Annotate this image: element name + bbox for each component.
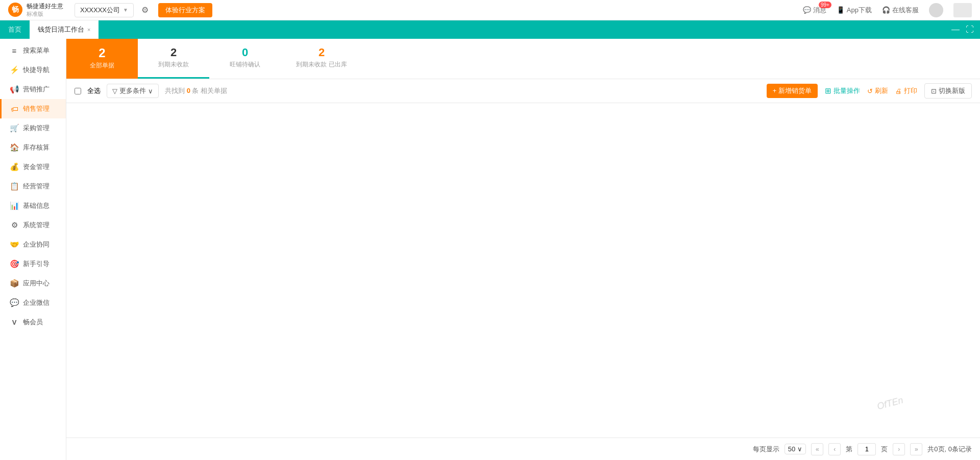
next-page-button[interactable]: › [893, 443, 905, 455]
app-center-icon: 📦 [10, 279, 19, 288]
stats-cards: 2 全部单据 2 到期未收款 0 旺铺待确认 2 到期未收款 已出库 [66, 39, 980, 79]
online-service-button[interactable]: 🎧 在线客服 [882, 6, 919, 15]
service-icon: 🎧 [882, 6, 890, 14]
prev-page-button[interactable]: ‹ [828, 443, 841, 455]
trial-button[interactable]: 体验行业方案 [158, 3, 212, 17]
sidebar-label: 快捷导航 [23, 65, 50, 75]
message-badge: 99+ [819, 2, 831, 8]
batch-operation-button[interactable]: ⊞ 批量操作 [825, 86, 860, 95]
switch-version-button[interactable]: ⊡ 切换新版 [924, 83, 972, 99]
avatar[interactable] [929, 3, 943, 17]
batch-icon: ⊞ [825, 86, 831, 95]
menu-icon: ≡ [10, 46, 19, 55]
messages-button[interactable]: 💬 消息 99+ [803, 6, 826, 15]
sidebar-item-purchase[interactable]: 🛒 采购管理 [0, 118, 66, 138]
sidebar-label: 企业协同 [23, 240, 50, 249]
stat-number-pending: 0 [222, 46, 268, 59]
base-info-icon: 📊 [10, 201, 19, 210]
stat-number-shipped: 2 [293, 46, 350, 59]
sidebar-label: 应用中心 [23, 279, 50, 288]
stat-label-all: 全部单据 [79, 61, 126, 70]
more-filters-button[interactable]: ▽ 更多条件 ∨ [107, 84, 159, 98]
sidebar-item-inventory[interactable]: 🏠 库存核算 [0, 138, 66, 157]
chevron-down-icon: ▼ [123, 7, 128, 13]
stat-label-shipped: 到期未收款 已出库 [293, 60, 350, 69]
inventory-icon: 🏠 [10, 143, 19, 152]
stat-label-overdue: 到期未收款 [150, 60, 197, 69]
select-arrow-icon: ∨ [797, 445, 802, 453]
app-download-button[interactable]: 📱 App下载 [837, 6, 872, 15]
maximize-icon[interactable]: ⛶ [966, 25, 974, 34]
logo-text: 畅捷通好生意 标准版 [27, 3, 63, 18]
found-text: 共找到 0 条 相关单据 [165, 86, 227, 95]
stat-card-pending[interactable]: 0 旺铺待确认 [209, 39, 281, 79]
sidebar-label: 畅会员 [23, 318, 43, 327]
table-area [66, 103, 980, 438]
stat-number-overdue: 2 [150, 46, 197, 59]
found-count: 0 [187, 87, 190, 94]
stats-row: 2 全部单据 2 到期未收款 0 旺铺待确认 2 到期未收款 已出库 [66, 39, 980, 79]
sidebar-label: 新手引导 [23, 259, 50, 269]
page-size-select[interactable]: 50 ∨ [785, 444, 806, 454]
sidebar-label: 采购管理 [23, 124, 50, 133]
member-icon: V [10, 319, 19, 326]
sidebar-item-sales[interactable]: 🏷 销售管理 [0, 99, 66, 118]
sidebar: ≡ 搜索菜单 ⚡ 快捷导航 📢 营销推广 🏷 销售管理 🛒 采购管理 🏠 库存核… [0, 39, 66, 460]
wechat-icon: 💬 [10, 298, 19, 307]
stat-label-pending: 旺铺待确认 [222, 60, 268, 69]
restore-icon[interactable]: — [951, 25, 960, 34]
chevron-icon: ∨ [148, 87, 153, 95]
page-unit: 页 [881, 445, 888, 454]
stat-card-all[interactable]: 2 全部单据 [66, 39, 138, 79]
tab-home[interactable]: 首页 [0, 20, 30, 39]
nav-tabs: 首页 钱货日清工作台 × — ⛶ [0, 20, 980, 39]
quick-nav-icon: ⚡ [10, 65, 19, 75]
first-page-button[interactable]: « [811, 443, 823, 455]
sidebar-item-member[interactable]: V 畅会员 [0, 312, 66, 332]
sidebar-item-wechat[interactable]: 💬 企业微信 [0, 293, 66, 312]
stat-card-overdue[interactable]: 2 到期未收款 [138, 39, 209, 79]
pagination: 每页显示 50 ∨ « ‹ 第 页 › » 共0页, 0条记录 [66, 438, 980, 460]
guide-icon: 🎯 [10, 259, 19, 269]
purchase-icon: 🛒 [10, 124, 19, 133]
company-selector[interactable]: XXXXXX公司 ▼ [75, 3, 134, 17]
download-icon: 📱 [837, 6, 845, 14]
tab-actions: — ⛶ [951, 25, 980, 34]
marketing-icon: 📢 [10, 85, 19, 94]
tab-workbench[interactable]: 钱货日清工作台 × [30, 20, 99, 39]
sidebar-label: 基础信息 [23, 201, 50, 210]
sidebar-item-cooperation[interactable]: 🤝 企业协同 [0, 235, 66, 254]
sidebar-item-base-info[interactable]: 📊 基础信息 [0, 196, 66, 215]
sidebar-item-system[interactable]: ⚙ 系统管理 [0, 215, 66, 235]
toolbar: 全选 ▽ 更多条件 ∨ 共找到 0 条 相关单据 + 新增销货单 ⊞ 批量操作 … [66, 79, 980, 103]
filter-icon: ▽ [112, 87, 117, 95]
sidebar-label: 资金管理 [23, 162, 50, 172]
page-input[interactable] [857, 443, 876, 455]
sidebar-item-app-center[interactable]: 📦 应用中心 [0, 274, 66, 293]
main-layout: ≡ 搜索菜单 ⚡ 快捷导航 📢 营销推广 🏷 销售管理 🛒 采购管理 🏠 库存核… [0, 39, 980, 460]
sidebar-item-quick-nav[interactable]: ⚡ 快捷导航 [0, 60, 66, 80]
select-all-label: 全选 [87, 86, 101, 95]
add-sale-button[interactable]: + 新增销货单 [767, 84, 818, 98]
select-all-checkbox[interactable] [75, 88, 81, 94]
sidebar-label: 企业微信 [23, 298, 50, 307]
sidebar-item-marketing[interactable]: 📢 营销推广 [0, 80, 66, 99]
user-menu[interactable] [953, 3, 972, 17]
sidebar-item-operations[interactable]: 📋 经营管理 [0, 177, 66, 196]
finance-icon: 💰 [10, 162, 19, 172]
cooperation-icon: 🤝 [10, 240, 19, 249]
stat-card-shipped[interactable]: 2 到期未收款 已出库 [281, 39, 362, 79]
sidebar-item-guide[interactable]: 🎯 新手引导 [0, 254, 66, 274]
per-page-label: 每页显示 [753, 445, 779, 454]
sidebar-item-search-menu[interactable]: ≡ 搜索菜单 [0, 41, 66, 60]
settings-icon[interactable]: ⚙ [138, 3, 152, 17]
top-header: 畅 畅捷通好生意 标准版 XXXXXX公司 ▼ ⚙ 体验行业方案 💬 消息 99… [0, 0, 980, 20]
system-icon: ⚙ [10, 221, 19, 230]
sidebar-item-finance[interactable]: 💰 资金管理 [0, 157, 66, 177]
print-button[interactable]: 🖨 打印 [895, 86, 917, 95]
refresh-button[interactable]: ↺ 刷新 [867, 86, 888, 95]
sidebar-label: 营销推广 [23, 85, 50, 94]
sales-icon: 🏷 [10, 105, 19, 113]
last-page-button[interactable]: » [910, 443, 922, 455]
close-tab-icon[interactable]: × [87, 27, 90, 33]
